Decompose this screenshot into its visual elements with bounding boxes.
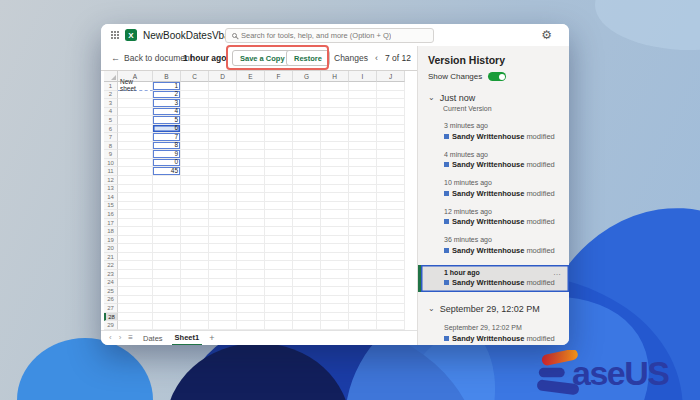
cell-B14[interactable] xyxy=(153,193,181,202)
cell-I13[interactable] xyxy=(349,185,377,194)
cell-H6[interactable] xyxy=(321,125,349,134)
cell-E5[interactable] xyxy=(237,116,265,125)
cell-B6[interactable]: 6 xyxy=(153,125,181,134)
cell-G14[interactable] xyxy=(293,193,321,202)
cell-G29[interactable] xyxy=(293,321,321,330)
cell-D7[interactable] xyxy=(209,133,237,142)
cell-I15[interactable] xyxy=(349,202,377,211)
cell-C5[interactable] xyxy=(181,116,209,125)
cell-D23[interactable] xyxy=(209,270,237,279)
cell-G9[interactable] xyxy=(293,150,321,159)
cell-E18[interactable] xyxy=(237,227,265,236)
cell-A28[interactable] xyxy=(118,313,153,322)
cell-G7[interactable] xyxy=(293,133,321,142)
cell-I19[interactable] xyxy=(349,236,377,245)
cell-H19[interactable] xyxy=(321,236,349,245)
cell-C20[interactable] xyxy=(181,244,209,253)
cell-G16[interactable] xyxy=(293,210,321,219)
cell-A14[interactable] xyxy=(118,193,153,202)
cell-F1[interactable] xyxy=(265,82,293,91)
version-item[interactable]: 36 minutes agoSandy Writtenhousemodified xyxy=(418,236,569,255)
cell-C17[interactable] xyxy=(181,219,209,228)
cell-A19[interactable] xyxy=(118,236,153,245)
cell-D25[interactable] xyxy=(209,287,237,296)
cell-G15[interactable] xyxy=(293,202,321,211)
cell-J7[interactable] xyxy=(377,133,405,142)
cell-E17[interactable] xyxy=(237,219,265,228)
previous-change-icon[interactable]: ‹ xyxy=(375,54,378,63)
cell-F13[interactable] xyxy=(265,185,293,194)
cell-D9[interactable] xyxy=(209,150,237,159)
row-header-5[interactable]: 5 xyxy=(104,116,118,125)
cell-D26[interactable] xyxy=(209,296,237,305)
cell-C19[interactable] xyxy=(181,236,209,245)
cell-B20[interactable] xyxy=(153,244,181,253)
cell-F21[interactable] xyxy=(265,253,293,262)
cell-E26[interactable] xyxy=(237,296,265,305)
back-to-document-button[interactable]: ← Back to document xyxy=(111,46,192,70)
cell-E25[interactable] xyxy=(237,287,265,296)
cell-G3[interactable] xyxy=(293,99,321,108)
cell-D19[interactable] xyxy=(209,236,237,245)
cell-B18[interactable] xyxy=(153,227,181,236)
cell-H20[interactable] xyxy=(321,244,349,253)
cell-B12[interactable] xyxy=(153,176,181,185)
cell-J20[interactable] xyxy=(377,244,405,253)
cell-H11[interactable] xyxy=(321,167,349,176)
row-header-27[interactable]: 27 xyxy=(104,304,118,313)
cell-G4[interactable] xyxy=(293,108,321,117)
cell-F17[interactable] xyxy=(265,219,293,228)
cell-H18[interactable] xyxy=(321,227,349,236)
cell-J3[interactable] xyxy=(377,99,405,108)
cell-H5[interactable] xyxy=(321,116,349,125)
cell-E10[interactable] xyxy=(237,159,265,168)
cell-E27[interactable] xyxy=(237,304,265,313)
cell-H16[interactable] xyxy=(321,210,349,219)
cell-C12[interactable] xyxy=(181,176,209,185)
cell-F18[interactable] xyxy=(265,227,293,236)
cell-F2[interactable] xyxy=(265,91,293,100)
row-header-20[interactable]: 20 xyxy=(104,244,118,253)
cell-A12[interactable] xyxy=(118,176,153,185)
row-header-11[interactable]: 11 xyxy=(104,167,118,176)
cell-I20[interactable] xyxy=(349,244,377,253)
cell-D22[interactable] xyxy=(209,261,237,270)
cell-B19[interactable] xyxy=(153,236,181,245)
search-input[interactable]: Search for tools, help, and more (Option… xyxy=(225,28,434,43)
cell-G24[interactable] xyxy=(293,279,321,288)
cell-G26[interactable] xyxy=(293,296,321,305)
cell-F11[interactable] xyxy=(265,167,293,176)
cell-J29[interactable] xyxy=(377,321,405,330)
cell-G1[interactable] xyxy=(293,82,321,91)
cell-E4[interactable] xyxy=(237,108,265,117)
cell-A26[interactable] xyxy=(118,296,153,305)
cell-C13[interactable] xyxy=(181,185,209,194)
cell-F22[interactable] xyxy=(265,261,293,270)
row-header-7[interactable]: 7 xyxy=(104,133,118,142)
cell-F25[interactable] xyxy=(265,287,293,296)
cell-F10[interactable] xyxy=(265,159,293,168)
cell-G6[interactable] xyxy=(293,125,321,134)
version-item[interactable]: September 29, 12:02 PMSandy Writtenhouse… xyxy=(418,324,569,343)
cell-E29[interactable] xyxy=(237,321,265,330)
cell-C24[interactable] xyxy=(181,279,209,288)
cell-H22[interactable] xyxy=(321,261,349,270)
cell-I29[interactable] xyxy=(349,321,377,330)
cell-D15[interactable] xyxy=(209,202,237,211)
cell-D8[interactable] xyxy=(209,142,237,151)
cell-A6[interactable] xyxy=(118,125,153,134)
cell-F12[interactable] xyxy=(265,176,293,185)
row-header-13[interactable]: 13 xyxy=(104,185,118,194)
cell-J8[interactable] xyxy=(377,142,405,151)
cell-B15[interactable] xyxy=(153,202,181,211)
cell-I1[interactable] xyxy=(349,82,377,91)
cell-B23[interactable] xyxy=(153,270,181,279)
cell-I26[interactable] xyxy=(349,296,377,305)
cell-J27[interactable] xyxy=(377,304,405,313)
cell-E8[interactable] xyxy=(237,142,265,151)
cell-A11[interactable] xyxy=(118,167,153,176)
row-header-12[interactable]: 12 xyxy=(104,176,118,185)
cell-G12[interactable] xyxy=(293,176,321,185)
cell-G19[interactable] xyxy=(293,236,321,245)
cell-F26[interactable] xyxy=(265,296,293,305)
